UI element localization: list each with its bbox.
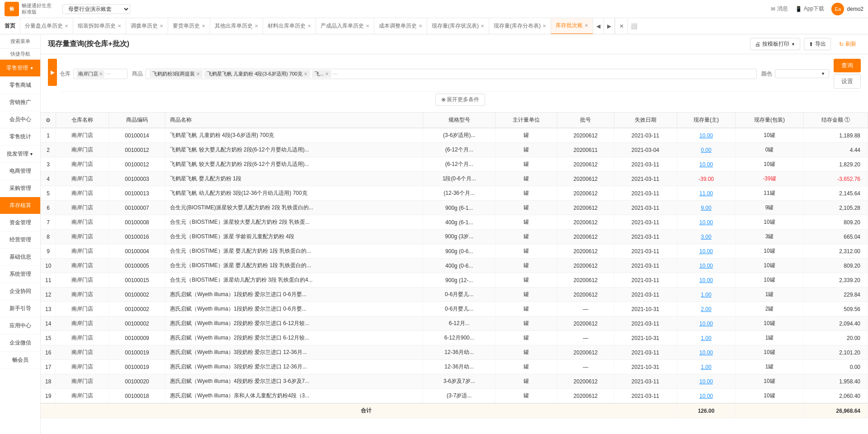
sidebar-item-system-mgmt[interactable]: 系统管理 [0, 266, 40, 283]
tab-product-in-history[interactable]: 产成品入库单历史 ✕ [316, 18, 374, 34]
sidebar-item-app-center[interactable]: 应用中心 [0, 317, 40, 335]
message-button[interactable]: ✉ 消息 [771, 5, 788, 13]
refresh-button[interactable]: ↻ 刷新 [835, 38, 861, 50]
row-qty-main[interactable]: 1.00 [677, 360, 736, 374]
tab-inventory-dist[interactable]: 现存量(库存分布表) ✕ [489, 18, 551, 34]
tab-other-out-history[interactable]: 其他出库单历史 ✕ [210, 18, 263, 34]
close-tab-material-out-history[interactable]: ✕ [307, 24, 311, 28]
row-qty-main[interactable]: 10.00 [677, 389, 736, 404]
sidebar-item-new-guide[interactable]: 新手引导 [0, 300, 40, 317]
filter-expand-arrow[interactable]: ▶ [48, 59, 57, 86]
row-qty-main[interactable]: 1.00 [677, 288, 736, 302]
total-qty: 126.00 [677, 403, 736, 418]
row-qty-main[interactable]: 11.00 [677, 186, 736, 201]
sidebar-item-enterprise-coop[interactable]: 企业协同 [0, 283, 40, 300]
close-tab-inventory-status[interactable]: ✕ [481, 24, 484, 28]
row-qty-main[interactable]: 0.00 [677, 143, 736, 157]
close-tab-batch-query[interactable]: ✕ [585, 23, 588, 28]
row-amount: 809.20 [803, 259, 868, 273]
tab-inventory-status[interactable]: 现存量(库存状况表) ✕ [427, 18, 489, 34]
sidebar-item-member-card[interactable]: 畅会员 [0, 352, 40, 369]
tab-nav-prev[interactable]: ◀ [593, 18, 604, 34]
sidebar-item-wholesale-mgmt[interactable]: 批发管理 ▼ [0, 146, 40, 163]
page-header: 现存量查询(按仓库+批次) 🖨 按模板打印 ▼ ⬆ 导出 ↻ 刷新 [41, 34, 868, 54]
sidebar-item-enterprise-wechat[interactable]: 企业微信 [0, 335, 40, 352]
product-tag-2-close[interactable]: ✕ [304, 71, 307, 76]
settings-button[interactable]: 设置 [834, 74, 861, 89]
row-qty-main[interactable]: 10.00 [677, 345, 736, 360]
sidebar-item-marketing[interactable]: 营销推广 [0, 94, 40, 111]
color-dropdown[interactable]: ▼ [775, 69, 829, 78]
tab-cost-adjust-history[interactable]: 成本调整单历史 ✕ [374, 18, 427, 34]
sidebar-item-member-center[interactable]: 会员中心 [0, 111, 40, 128]
tab-maximize[interactable]: ⬜ [627, 18, 640, 34]
expand-more-button[interactable]: ❋ 展开更多条件 [435, 94, 485, 106]
table-row: 9 南岸门店 00100004 合生元（BIOSTIME）派星 婴儿配方奶粉 1… [41, 244, 868, 259]
sidebar-item-inventory-check[interactable]: 库存核算 [0, 197, 40, 214]
row-warehouse: 南岸门店 [56, 259, 108, 273]
tab-material-out-history[interactable]: 材料出库单历史 ✕ [263, 18, 316, 34]
sidebar-quick-nav[interactable]: 快捷导航 [0, 49, 40, 60]
close-tab-inventory-history[interactable]: ✕ [65, 24, 68, 28]
row-no: 9 [41, 244, 56, 259]
col-warehouse: 仓库名称 [56, 113, 108, 128]
row-name: 惠氏启赋（Wyeth illuma）3段奶粉 爱尔兰进口 12-36月... [165, 345, 423, 360]
close-tab-inventory-dist[interactable]: ✕ [542, 24, 546, 28]
warehouse-ellipsis[interactable]: ··· [106, 71, 111, 77]
close-tab-product-in-history[interactable]: ✕ [366, 24, 369, 28]
close-tab-disassembly-history[interactable]: ✕ [118, 24, 121, 28]
sidebar-item-operations-mgmt[interactable]: 经营管理 [0, 231, 40, 249]
row-qty-main[interactable]: 1.00 [677, 331, 736, 345]
sidebar-search[interactable]: 搜索菜单 [0, 34, 40, 49]
close-tab-cost-adjust-history[interactable]: ✕ [419, 24, 422, 28]
sidebar-item-retail-stats[interactable]: 零售统计 [0, 128, 40, 146]
warehouse-tag-close[interactable]: ✕ [99, 71, 103, 76]
sidebar-item-basic-info[interactable]: 基础信息 [0, 249, 40, 266]
row-no: 15 [41, 331, 56, 345]
close-tab-pick-history[interactable]: ✕ [160, 24, 163, 28]
row-qty-main[interactable]: 10.00 [677, 128, 736, 143]
row-qty-main[interactable]: 10.00 [677, 244, 736, 259]
row-no: 16 [41, 345, 56, 360]
query-button[interactable]: 查询 [834, 59, 861, 72]
row-qty-main[interactable]: 2.00 [677, 302, 736, 316]
row-qty-main[interactable]: 9.00 [677, 201, 736, 215]
row-expire: 2021-03-11 [614, 172, 677, 186]
row-qty-main[interactable]: 10.00 [677, 157, 736, 172]
app-download-button[interactable]: 📱 App下载 [795, 5, 824, 13]
product-ellipsis[interactable]: ··· [333, 71, 338, 77]
row-qty-main[interactable]: -39.00 [677, 172, 736, 186]
row-qty-main[interactable]: 10.00 [677, 316, 736, 331]
tab-disassembly-history[interactable]: 组装拆卸单历史 ✕ [73, 18, 126, 34]
tab-inventory-history[interactable]: 分量盘点单历史 ✕ [20, 18, 73, 34]
export-button[interactable]: ⬆ 导出 [804, 38, 831, 50]
product-tag-1-close[interactable]: ✕ [196, 71, 200, 76]
sidebar-item-purchase-mgmt[interactable]: 采购管理 [0, 180, 40, 197]
row-qty-main[interactable]: 10.00 [677, 273, 736, 288]
tab-home[interactable]: 首页 [0, 18, 20, 34]
row-warehouse: 南岸门店 [56, 128, 108, 143]
tab-requisition-history[interactable]: 要货单历史 ✕ [168, 18, 210, 34]
template-print-button[interactable]: 🖨 按模板打印 ▼ [750, 38, 800, 50]
sidebar-item-finance-mgmt[interactable]: 资金管理 [0, 214, 40, 231]
row-qty-main[interactable]: 10.00 [677, 259, 736, 273]
tab-batch-query[interactable]: 库存批次账 ✕ [551, 18, 593, 34]
warehouse-input[interactable]: 南岸门店 ✕ ··· [73, 69, 127, 79]
sidebar-item-retail-shop[interactable]: 零售商城 [0, 77, 40, 94]
user-area[interactable]: Ea demo2 [831, 3, 863, 15]
tab-close-all[interactable]: ✕ [615, 18, 627, 34]
row-code: 00100019 [108, 345, 165, 360]
product-tag-3-close[interactable]: ✕ [325, 71, 329, 76]
sidebar-item-retail-mgmt[interactable]: 零售管理 ▼ [0, 60, 40, 77]
product-tags-input[interactable]: 飞鹤奶粉3段两提装 ✕ 飞鹤星飞帆 儿童奶粉 4段(3-6岁适用) 700克 ✕… [146, 69, 757, 79]
close-tab-other-out-history[interactable]: ✕ [255, 24, 258, 28]
row-qty-main[interactable]: 3.00 [677, 230, 736, 244]
tab-nav-next[interactable]: ▶ [604, 18, 615, 34]
close-tab-requisition-history[interactable]: ✕ [202, 24, 205, 28]
system-selector[interactable]: 母婴行业演示账套 [62, 4, 130, 14]
sidebar-item-ecommerce-mgmt[interactable]: 电商管理 [0, 163, 40, 180]
tab-pick-history[interactable]: 调拨单历史 ✕ [126, 18, 168, 34]
row-qty-main[interactable]: 10.00 [677, 215, 736, 230]
row-qty-main[interactable]: 10.00 [677, 374, 736, 389]
row-batch: 20200612 [557, 288, 614, 302]
